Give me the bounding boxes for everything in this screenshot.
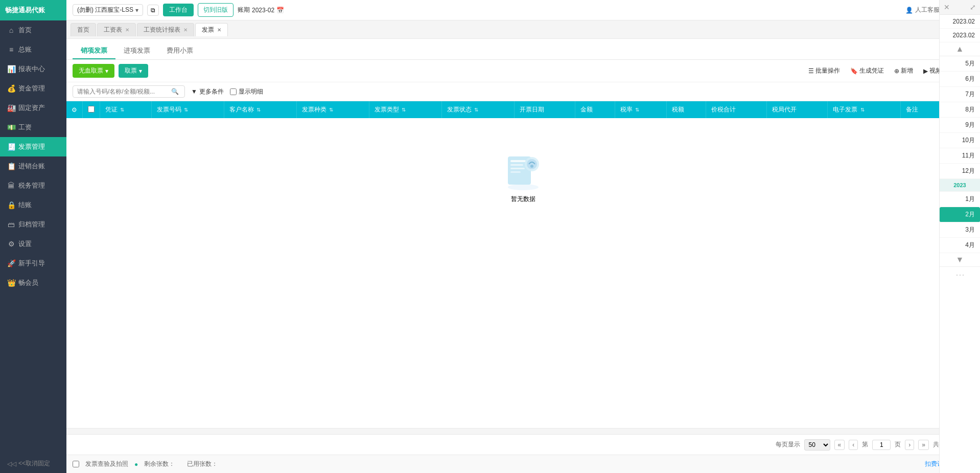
date-may-2022[interactable]: 5月 <box>940 56 980 72</box>
sidebar-item-home[interactable]: ⌂ 首页 <box>0 20 66 40</box>
date-jun-2022[interactable]: 6月 <box>940 72 980 87</box>
horizontal-scrollbar[interactable] <box>66 428 980 434</box>
date-apr-2023[interactable]: 4月 <box>940 238 980 253</box>
batch-icon: ☰ <box>808 67 814 75</box>
sidebar-item-tax[interactable]: 🏛 税务管理 <box>0 176 66 195</box>
sidebar: 畅捷通易代账 ⌂ 首页 ≡ 总账 📊 报表中心 💰 资金管理 🏭 固定资产 💵 … <box>0 0 66 473</box>
panel-up-button[interactable]: ▲ <box>956 44 964 54</box>
date-entry-202302-1[interactable]: 2023.02 <box>940 15 980 29</box>
sort-type-icon[interactable]: ⇅ <box>329 107 333 112</box>
gen-voucher-button[interactable]: 🔖 生成凭证 <box>847 64 887 78</box>
sort-cat-icon[interactable]: ⇅ <box>402 107 406 112</box>
date-mar-2023[interactable]: 3月 <box>940 222 980 238</box>
date-dec-2022[interactable]: 12月 <box>940 164 980 179</box>
search-input[interactable] <box>77 88 169 95</box>
page-word: 第 <box>862 440 868 449</box>
sort-status-icon[interactable]: ⇅ <box>474 107 478 112</box>
sort-invoice-no-icon[interactable]: ⇅ <box>184 107 188 112</box>
date-sep-2022[interactable]: 9月 <box>940 118 980 133</box>
gen-voucher-label: 生成凭证 <box>859 66 884 75</box>
oldver-button[interactable]: 切到旧版 <box>198 3 234 17</box>
date-panel-header: ✕ ⤢ <box>940 0 980 15</box>
panel-down-button[interactable]: ▼ <box>956 255 964 264</box>
workbench-button[interactable]: 工作台 <box>163 4 194 16</box>
show-detail-checkbox[interactable]: 显示明细 <box>230 87 263 96</box>
company-selector[interactable]: (勿删) 江西服宝-LSS ▾ <box>73 4 143 16</box>
sidebar-item-salary[interactable]: 💵 工资 <box>0 118 66 137</box>
batch-op-button[interactable]: ☰ 批量操作 <box>805 64 843 78</box>
year-2023-label: 2023 <box>940 179 980 192</box>
toolbar: 无血取票 ▾ 取票 ▾ ☰ 批量操作 🔖 生成凭证 ⊕ 新增 <box>66 60 980 82</box>
next-page-button[interactable]: › <box>905 440 914 450</box>
detail-checkbox-input[interactable] <box>230 88 237 95</box>
sidebar-item-ledger[interactable]: ≡ 总账 <box>0 40 66 59</box>
sidebar-label-salary: 工资 <box>18 123 32 132</box>
new-icon: ⊕ <box>894 67 899 75</box>
panel-scroll-up: ▲ <box>940 42 980 56</box>
tab-salary-close[interactable]: ✕ <box>125 27 129 33</box>
subtab-purchase-invoice[interactable]: 进项发票 <box>115 43 158 59</box>
th-settings[interactable]: ⚙ <box>66 101 83 118</box>
sidebar-pin-cancel[interactable]: ◁◁ <<取消固定 <box>0 454 66 473</box>
select-all-checkbox[interactable] <box>88 106 95 112</box>
service-button[interactable]: 👤 人工客服 <box>905 6 940 14</box>
sidebar-item-member[interactable]: 👑 畅会员 <box>0 273 66 292</box>
sidebar-item-archive[interactable]: 🗃 归档管理 <box>0 215 66 234</box>
sidebar-label-close: 结账 <box>18 200 32 210</box>
th-total: 价税合计 <box>706 101 767 118</box>
date-aug-2022[interactable]: 8月 <box>940 102 980 118</box>
first-page-button[interactable]: « <box>834 440 845 450</box>
no-invoice-button[interactable]: 无血取票 ▾ <box>73 64 114 78</box>
date-entry-202302-2[interactable]: 2023.02 <box>940 29 980 42</box>
date-panel-close-button[interactable]: ✕ <box>944 3 950 11</box>
sidebar-item-close[interactable]: 🔒 结账 <box>0 195 66 215</box>
date-feb-2023[interactable]: 2月 <box>940 207 980 222</box>
sort-voucher-icon[interactable]: ⇅ <box>120 107 124 112</box>
filter-icon: ▼ <box>191 88 197 95</box>
tab-home[interactable]: 首页 <box>71 23 96 36</box>
tab-salary-report-close[interactable]: ✕ <box>183 27 188 33</box>
sidebar-item-invoice[interactable]: 🧾 发票管理 <box>0 137 66 156</box>
used-label: 已用张数： <box>187 460 218 468</box>
sidebar-item-sales[interactable]: 📋 进销台账 <box>0 156 66 176</box>
sidebar-item-settings[interactable]: ⚙ 设置 <box>0 234 66 254</box>
sidebar-item-report[interactable]: 📊 报表中心 <box>0 59 66 79</box>
sidebar-item-assets[interactable]: 🏭 固定资产 <box>0 98 66 118</box>
date-jul-2022[interactable]: 7月 <box>940 87 980 102</box>
sort-einvoice-icon[interactable]: ⇅ <box>860 107 865 112</box>
page-input[interactable] <box>872 440 891 450</box>
chevron-down-icon: ▾ <box>135 7 138 14</box>
sidebar-item-guide[interactable]: 🚀 新手引导 <box>0 254 66 273</box>
page-label: 页 <box>895 440 901 449</box>
per-page-select[interactable]: 50 20 100 <box>804 439 830 451</box>
copy-button[interactable]: ⧉ <box>147 5 159 16</box>
verify-checkbox[interactable] <box>73 461 79 467</box>
date-panel-expand-button[interactable]: ⤢ <box>970 3 976 11</box>
more-conditions-button[interactable]: ▼ 更多条件 <box>191 87 224 96</box>
take-invoice-button[interactable]: 取票 ▾ <box>119 64 148 78</box>
sidebar-label-invoice: 发票管理 <box>18 142 45 151</box>
sidebar-item-funds[interactable]: 💰 资金管理 <box>0 79 66 98</box>
tab-invoice-close[interactable]: ✕ <box>217 27 221 33</box>
tab-salary-report[interactable]: 工资统计报表 ✕ <box>137 23 194 36</box>
subtab-sales-invoice[interactable]: 销项发票 <box>73 43 115 59</box>
date-oct-2022[interactable]: 10月 <box>940 133 980 148</box>
sort-rate-icon[interactable]: ⇅ <box>635 107 639 112</box>
tab-invoice[interactable]: 发票 ✕ <box>195 23 228 36</box>
gen-voucher-icon: 🔖 <box>850 67 858 75</box>
th-amount: 金额 <box>575 101 615 118</box>
svg-point-0 <box>508 184 539 190</box>
topbar: (勿删) 江西服宝-LSS ▾ ⧉ 工作台 切到旧版 账期 2023-02 📅 … <box>66 0 980 20</box>
search-icon[interactable]: 🔍 <box>171 88 179 95</box>
tax-icon: 🏛 <box>7 182 15 190</box>
th-checkbox[interactable] <box>83 101 100 118</box>
sort-customer-icon[interactable]: ⇅ <box>256 107 261 112</box>
subtabs: 销项发票 进项发票 费用小票 ⊞ <box>66 39 980 60</box>
date-jan-2023[interactable]: 1月 <box>940 192 980 207</box>
new-invoice-button[interactable]: ⊕ 新增 <box>891 64 916 78</box>
subtab-expense-receipt[interactable]: 费用小票 <box>158 43 201 59</box>
last-page-button[interactable]: » <box>918 440 929 450</box>
prev-page-button[interactable]: ‹ <box>849 440 858 450</box>
tab-salary[interactable]: 工资表 ✕ <box>97 23 136 36</box>
date-nov-2022[interactable]: 11月 <box>940 148 980 164</box>
